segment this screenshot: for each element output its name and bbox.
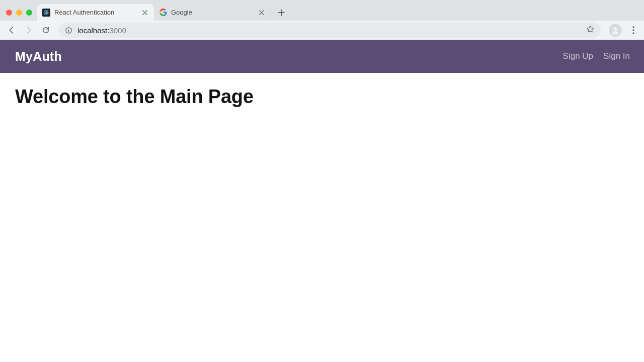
window-maximize-button[interactable] [26,10,32,16]
browser-menu-button[interactable] [627,23,640,38]
tab-separator [271,8,271,18]
browser-chrome: React Authentication Google [0,0,644,40]
svg-point-10 [632,29,634,31]
google-favicon-icon [159,9,167,17]
tab-title: Google [171,9,254,16]
tab-title: React Authentication [54,9,137,16]
page-content: MyAuth Sign Up Sign In Welcome to the Ma… [0,40,644,121]
app-navbar: MyAuth Sign Up Sign In [0,40,644,73]
tab-react-authentication[interactable]: React Authentication [37,4,154,21]
tab-google[interactable]: Google [154,4,271,21]
nav-links: Sign Up Sign In [563,51,630,61]
page-heading: Welcome to the Main Page [15,86,629,108]
window-minimize-button[interactable] [16,10,22,16]
reload-button[interactable] [38,23,53,38]
window-close-button[interactable] [6,10,12,16]
profile-avatar-button[interactable] [609,24,622,37]
forward-button[interactable] [21,23,36,38]
svg-point-7 [68,28,69,29]
signup-link[interactable]: Sign Up [563,51,593,61]
url-path: 3000 [109,26,126,35]
react-favicon-icon [42,9,50,17]
site-info-icon[interactable] [64,26,72,34]
main-area: Welcome to the Main Page [0,73,644,121]
svg-point-9 [632,26,634,28]
new-tab-button[interactable] [274,6,288,20]
back-button[interactable] [4,23,19,38]
tab-close-button[interactable] [141,9,149,17]
svg-point-8 [614,27,617,31]
url-text: localhost:3000 [77,26,126,35]
svg-point-11 [632,32,634,34]
signin-link[interactable]: Sign In [603,51,630,61]
svg-point-1 [46,12,47,13]
tab-close-button[interactable] [258,9,266,17]
browser-toolbar: localhost:3000 [0,21,644,40]
tab-bar: React Authentication Google [0,0,644,21]
window-controls [4,10,37,21]
url-host: localhost: [77,26,109,35]
brand-logo[interactable]: MyAuth [15,49,62,64]
bookmark-star-icon[interactable] [586,25,595,36]
address-bar[interactable]: localhost:3000 [58,23,601,38]
